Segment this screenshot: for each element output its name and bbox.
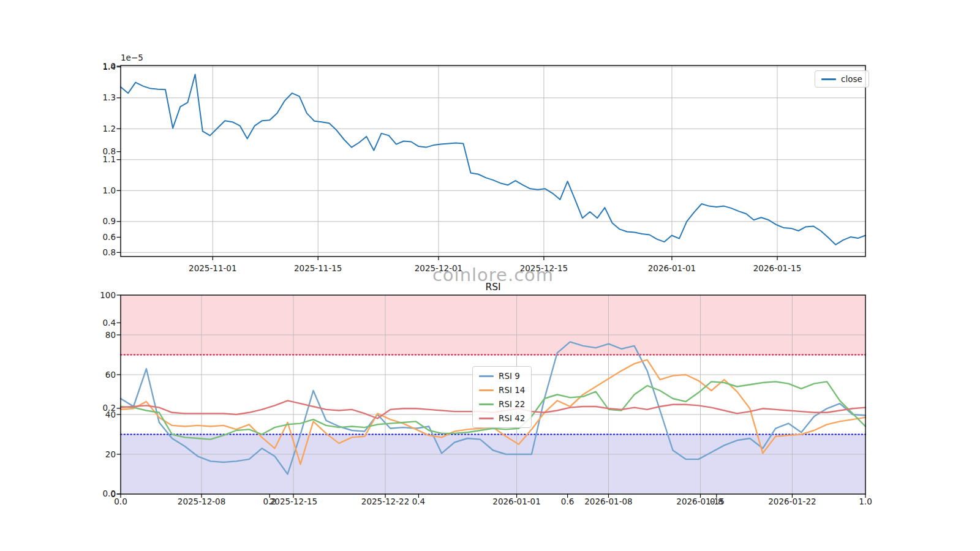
hidden-x-tick-label: 0.4 <box>412 497 425 506</box>
rsi-x-tick-label: 2026-01-22 <box>768 497 816 506</box>
rsi-x-tick-label: 2026-01-08 <box>584 497 632 506</box>
legend-row: close <box>821 74 862 84</box>
price-y-tick-label: 0.9 <box>103 216 116 226</box>
rsi-y-tick-label: 20 <box>105 449 116 459</box>
price-axes-frame <box>121 66 865 257</box>
chart-figure: 1.41.31.21.11.00.90.82025-11-012025-11-1… <box>0 0 980 551</box>
rsi-y-tick-label: 100 <box>100 290 116 300</box>
oversold-band <box>121 435 865 495</box>
rsi-x-tick-label: 2025-12-22 <box>361 497 409 506</box>
price-y-tick-label: 1.0 <box>103 186 116 195</box>
rsi-panel-title: RSI <box>121 282 865 292</box>
hidden-x-tick-label: 0.2 <box>263 497 276 506</box>
legend-line-swatch <box>479 403 494 405</box>
legend-label: RSI 14 <box>499 385 525 395</box>
legend-label: RSI 42 <box>499 413 525 423</box>
legend-row: RSI 9 <box>479 371 525 381</box>
rsi-legend: RSI 9RSI 14RSI 22RSI 42 <box>472 366 532 428</box>
rsi-x-tick-label: 2026-01-01 <box>492 497 540 506</box>
hidden-x-tick-label: 1.0 <box>859 497 872 506</box>
legend-row: RSI 42 <box>479 413 525 423</box>
hidden-y-tick-label: 1.0 <box>103 61 116 71</box>
hidden-y-tick-label: 0.6 <box>103 232 116 242</box>
price-legend: close <box>815 70 869 88</box>
legend-row: RSI 22 <box>479 399 525 409</box>
hidden-x-tick-label: 0.0 <box>114 497 127 506</box>
rsi-x-tick-label: 2025-12-15 <box>270 497 317 506</box>
price-y-offset-label: 1e−5 <box>121 53 143 62</box>
price-y-tick-label: 0.8 <box>103 247 116 257</box>
legend-line-swatch <box>821 78 836 80</box>
legend-row: RSI 14 <box>479 385 525 395</box>
price-y-tick-label: 1.3 <box>103 92 116 102</box>
rsi-y-tick-label: 80 <box>105 330 116 340</box>
legend-label: close <box>841 74 862 84</box>
hidden-x-tick-label: 0.8 <box>710 497 723 506</box>
rsi-x-tick-label: 2025-12-08 <box>178 497 225 506</box>
legend-line-swatch <box>479 418 494 419</box>
price-y-tick-label: 1.2 <box>103 124 116 133</box>
overbought-band <box>121 295 865 355</box>
hidden-y-tick-label: 0.2 <box>103 403 116 413</box>
legend-label: RSI 9 <box>499 371 520 381</box>
legend-label: RSI 22 <box>499 399 525 409</box>
hidden-y-tick-label: 0.4 <box>103 318 116 328</box>
rsi-y-tick-label: 60 <box>105 370 116 380</box>
hidden-y-tick-label: 0.8 <box>103 146 116 156</box>
legend-line-swatch <box>479 375 494 377</box>
hidden-x-tick-label: 0.6 <box>561 497 574 506</box>
legend-line-swatch <box>479 389 494 391</box>
